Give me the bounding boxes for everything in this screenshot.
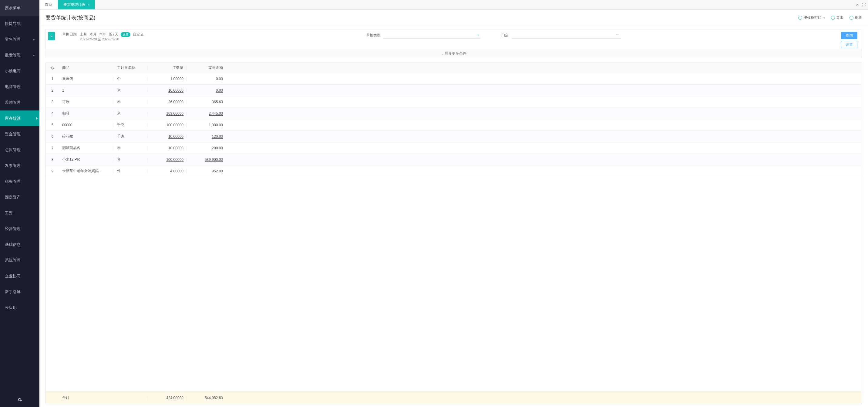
sidebar-item-0[interactable]: 搜索菜单 bbox=[0, 0, 39, 16]
col-product[interactable]: 商品 bbox=[59, 65, 114, 70]
sidebar-item-13[interactable]: 工资 bbox=[0, 205, 39, 221]
close-icon[interactable]: × bbox=[88, 3, 90, 7]
sidebar: 搜索菜单快捷导航零售管理▾批发管理▾小畅电商电商管理采购管理库存核算资金管理总账… bbox=[0, 0, 39, 407]
sidebar-item-15[interactable]: 基础信息 bbox=[0, 237, 39, 253]
tab-current[interactable]: 要货单统计表 × bbox=[58, 0, 95, 9]
tab-label: 要货单统计表 bbox=[63, 2, 85, 7]
sidebar-item-label: 税务管理 bbox=[5, 179, 21, 184]
sidebar-item-label: 资金管理 bbox=[5, 132, 21, 137]
filter-type-label: 单据类型 bbox=[364, 33, 381, 38]
date-custom[interactable]: 自定义 bbox=[133, 32, 144, 37]
col-unit[interactable]: 主计量单位 bbox=[114, 65, 147, 70]
cell-qty[interactable]: 1.00000 bbox=[147, 77, 187, 81]
refresh-label: 刷新 bbox=[855, 15, 862, 20]
cell-qty[interactable]: 100.00000 bbox=[147, 157, 187, 162]
sidebar-item-label: 电商管理 bbox=[5, 84, 21, 90]
cell-qty[interactable]: 4.00000 bbox=[147, 169, 187, 173]
close-all-icon[interactable]: ✕ bbox=[856, 3, 859, 7]
sidebar-item-label: 发票管理 bbox=[5, 163, 21, 169]
col-qty[interactable]: 主数量 bbox=[147, 65, 187, 70]
cell-amount[interactable]: 120.00 bbox=[187, 135, 226, 139]
cell-index: 8 bbox=[46, 157, 59, 162]
print-button[interactable]: 按模板打印 ▾ bbox=[798, 15, 825, 20]
gear-icon bbox=[50, 66, 55, 70]
sidebar-item-19[interactable]: 云应用 bbox=[0, 300, 39, 316]
sidebar-item-7[interactable]: 库存核算 bbox=[0, 111, 39, 126]
sidebar-item-12[interactable]: 固定资产 bbox=[0, 190, 39, 205]
cell-qty[interactable]: 10.00000 bbox=[147, 146, 187, 150]
date-last-month[interactable]: 上月 bbox=[80, 32, 87, 37]
export-button[interactable]: 导出 bbox=[831, 15, 843, 20]
cell-index: 7 bbox=[46, 146, 59, 150]
cell-amount[interactable]: 0.00 bbox=[187, 88, 226, 93]
sidebar-item-5[interactable]: 电商管理 bbox=[0, 79, 39, 95]
table-row[interactable]: 7测试商品名米10.00000200.00 bbox=[46, 142, 862, 154]
sidebar-item-label: 企业协同 bbox=[5, 273, 21, 279]
table-row[interactable]: 1奥迪鸽个1.000000.00 bbox=[46, 73, 862, 85]
table-row[interactable]: 4咖啡米163.000002,445.00 bbox=[46, 108, 862, 119]
sidebar-item-18[interactable]: 新手引导 bbox=[0, 284, 39, 300]
sidebar-item-8[interactable]: 资金管理 bbox=[0, 126, 39, 142]
cell-product: 卡伊莱中老年女装妈妈... bbox=[59, 169, 114, 174]
export-icon bbox=[831, 16, 835, 20]
cell-qty[interactable]: 163.00000 bbox=[147, 111, 187, 116]
cell-unit: 千克 bbox=[114, 122, 147, 127]
fullscreen-icon[interactable]: ⛶ bbox=[862, 3, 866, 7]
date-last7[interactable]: 近7天 bbox=[109, 32, 118, 37]
table-footer: 合计 424.00000 544,982.63 bbox=[46, 391, 862, 404]
table-row[interactable]: 8小米12 Pro台100.00000539,900.00 bbox=[46, 154, 862, 166]
cell-amount[interactable]: 1,000.00 bbox=[187, 123, 226, 127]
table-row[interactable]: 500000千克100.000001,000.00 bbox=[46, 119, 862, 131]
cell-amount[interactable]: 2,445.00 bbox=[187, 111, 226, 116]
refresh-button[interactable]: 刷新 bbox=[849, 15, 862, 20]
data-table: 商品 主计量单位 主数量 零售金额 1奥迪鸽个1.000000.0021米10.… bbox=[45, 62, 862, 404]
date-more-badge[interactable]: 更多 bbox=[121, 32, 130, 37]
cell-product: 小米12 Pro bbox=[59, 157, 114, 162]
sidebar-item-4[interactable]: 小畅电商 bbox=[0, 63, 39, 79]
sidebar-item-6[interactable]: 采购管理 bbox=[0, 95, 39, 111]
sidebar-item-14[interactable]: 经营管理 bbox=[0, 221, 39, 237]
sidebar-item-2[interactable]: 零售管理▾ bbox=[0, 32, 39, 47]
cell-amount[interactable]: 200.00 bbox=[187, 146, 226, 150]
date-this-month[interactable]: 本月 bbox=[90, 32, 97, 37]
cell-qty[interactable]: 26.00000 bbox=[147, 100, 187, 104]
date-this-year[interactable]: 本年 bbox=[99, 32, 106, 37]
cell-product: 00000 bbox=[59, 123, 114, 127]
cell-qty[interactable]: 10.00000 bbox=[147, 135, 187, 139]
cell-amount[interactable]: 365.63 bbox=[187, 100, 226, 104]
sidebar-item-16[interactable]: 系统管理 bbox=[0, 253, 39, 268]
collapse-filter-button[interactable]: » bbox=[48, 32, 55, 40]
cell-index: 6 bbox=[46, 135, 59, 139]
cell-amount[interactable]: 539,900.00 bbox=[187, 157, 226, 162]
cell-product: 测试商品名 bbox=[59, 145, 114, 150]
footer-amount: 544,982.63 bbox=[187, 396, 226, 400]
expand-conditions-button[interactable]: ⌄ 展开更多条件 bbox=[46, 49, 862, 58]
cell-amount[interactable]: 952.00 bbox=[187, 169, 226, 173]
sidebar-item-1[interactable]: 快捷导航 bbox=[0, 16, 39, 32]
filter-type-input[interactable] bbox=[384, 32, 481, 38]
cell-qty[interactable]: 100.00000 bbox=[147, 123, 187, 127]
table-row[interactable]: 21米10.000000.00 bbox=[46, 85, 862, 96]
sidebar-item-10[interactable]: 发票管理 bbox=[0, 158, 39, 174]
table-row[interactable]: 3可乐米26.00000365.63 bbox=[46, 96, 862, 108]
sidebar-settings[interactable] bbox=[0, 393, 39, 407]
sidebar-item-9[interactable]: 总账管理 bbox=[0, 142, 39, 158]
cell-amount[interactable]: 0.00 bbox=[187, 77, 226, 81]
cell-index: 4 bbox=[46, 111, 59, 116]
sidebar-item-17[interactable]: 企业协同 bbox=[0, 268, 39, 284]
col-amount[interactable]: 零售金额 bbox=[187, 65, 226, 70]
query-button[interactable]: 查询 bbox=[841, 32, 857, 39]
tab-home[interactable]: 首页 bbox=[39, 0, 58, 9]
cell-qty[interactable]: 10.00000 bbox=[147, 88, 187, 93]
sidebar-item-3[interactable]: 批发管理▾ bbox=[0, 47, 39, 63]
filter-store-input[interactable] bbox=[512, 32, 621, 38]
export-label: 导出 bbox=[836, 15, 843, 20]
table-header: 商品 主计量单位 主数量 零售金额 bbox=[46, 63, 862, 73]
table-row[interactable]: 9卡伊莱中老年女装妈妈...件4.00000952.00 bbox=[46, 166, 862, 177]
table-row[interactable]: 6碎花裙千克10.00000120.00 bbox=[46, 131, 862, 142]
sidebar-item-11[interactable]: 税务管理 bbox=[0, 174, 39, 190]
filter-store-label: 门店 bbox=[492, 33, 508, 38]
cell-unit: 米 bbox=[114, 145, 147, 150]
config-button[interactable]: 设置 bbox=[841, 41, 857, 48]
settings-column-header[interactable] bbox=[46, 66, 59, 70]
